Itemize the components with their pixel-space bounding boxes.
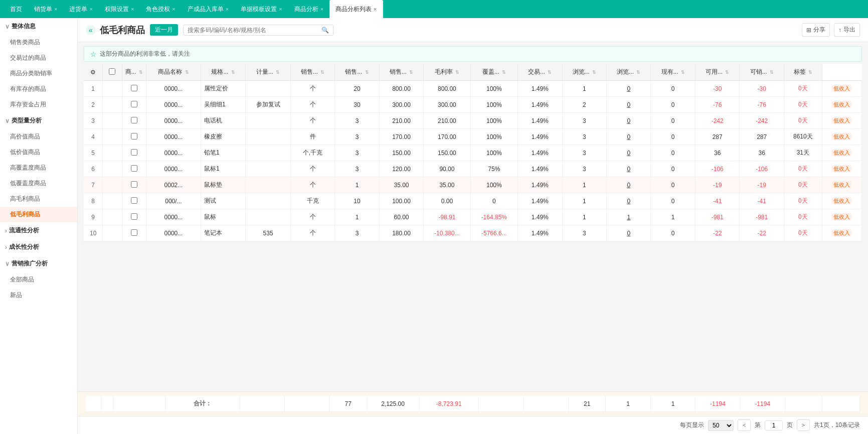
sidebar-item-low-value[interactable]: 低价值商品 <box>0 144 77 160</box>
cell-browse1[interactable]: 0 <box>606 145 650 161</box>
close-icon[interactable]: × <box>279 6 282 12</box>
sidebar-item-new-goods[interactable]: 新品 <box>0 287 77 303</box>
close-icon[interactable]: × <box>89 6 92 12</box>
nav-item-role[interactable]: 角色授权 × <box>140 0 181 18</box>
page-size-select[interactable]: 50 20 100 <box>708 420 734 431</box>
cell-checkbox[interactable] <box>122 209 146 225</box>
cell-browse1[interactable]: 0 <box>606 225 650 241</box>
close-icon[interactable]: × <box>172 6 175 12</box>
cell-checkbox[interactable] <box>122 177 146 193</box>
nav-item-sales[interactable]: 销货单 × <box>28 0 63 18</box>
nav-item-template[interactable]: 单据模板设置 × <box>235 0 288 18</box>
prev-page-button[interactable]: ＜ <box>738 419 751 431</box>
close-icon[interactable]: × <box>320 6 323 12</box>
col-current-stock[interactable]: 现有... ⇅ <box>651 64 695 81</box>
cell-name[interactable]: 吴细细1 <box>201 97 245 113</box>
cell-checkbox[interactable] <box>122 113 146 129</box>
nav-item-purchase[interactable]: 进货单 × <box>63 0 98 18</box>
col-spec[interactable]: 规格... ⇅ <box>201 64 245 81</box>
col-trade-count[interactable]: 交易... ⇅ <box>518 64 562 81</box>
cell-settings <box>103 177 122 193</box>
export-button[interactable]: ↑ 导出 <box>834 23 860 37</box>
sidebar-item-category-sales[interactable]: 商品分类助销率 <box>0 66 77 81</box>
col-tag[interactable]: 标签 ⇅ <box>784 64 822 81</box>
cell-name[interactable]: 橡皮擦 <box>201 129 245 145</box>
cell-browse1[interactable]: 0 <box>606 129 650 145</box>
cell-trade-count: 2 <box>562 97 606 113</box>
nav-item-product-analysis-list[interactable]: 商品分析列表 × <box>329 0 383 18</box>
close-icon[interactable]: × <box>54 6 57 12</box>
col-unit[interactable]: 计量... ⇅ <box>246 64 290 81</box>
sidebar-item-high-value[interactable]: 高价值商品 <box>0 129 77 144</box>
nav-item-product-analysis[interactable]: 商品分析 × <box>288 0 329 18</box>
close-icon[interactable]: × <box>374 6 377 12</box>
cell-name[interactable]: 鼠标 <box>201 209 245 225</box>
sidebar-item-high-coverage[interactable]: 高覆盖度商品 <box>0 160 77 176</box>
close-icon[interactable]: × <box>226 6 229 12</box>
col-sale-price[interactable]: 销售... ⇅ <box>335 64 379 81</box>
next-page-button[interactable]: ＞ <box>797 419 810 431</box>
col-saleable[interactable]: 可销... ⇅ <box>740 64 784 81</box>
cell-browse1[interactable]: 0 <box>606 81 650 97</box>
date-filter-button[interactable]: 近一月 <box>150 24 178 36</box>
col-sale-qty[interactable]: 销售... ⇅ <box>290 64 334 81</box>
cell-name[interactable]: 电话机 <box>201 113 245 129</box>
sidebar-group-overall[interactable]: ∨ 整体信息 <box>0 18 77 35</box>
cell-name[interactable]: 鼠标1 <box>201 161 245 177</box>
cell-browse1[interactable]: 1 <box>606 209 650 225</box>
col-settings[interactable]: ⚙ <box>84 64 103 81</box>
col-code[interactable]: 商... ⇅ <box>122 64 146 81</box>
nav-item-permission[interactable]: 权限设置 × <box>99 0 140 18</box>
cell-trade-count: 1 <box>562 177 606 193</box>
sidebar-group-type-analysis[interactable]: ∨ 类型量分析 <box>0 112 77 129</box>
cell-checkbox[interactable] <box>122 161 146 177</box>
cell-checkbox[interactable] <box>122 145 146 161</box>
col-sale-cost[interactable]: 销售... ⇅ <box>379 64 423 81</box>
col-browse1[interactable]: 浏览... ⇅ <box>562 64 606 81</box>
cell-checkbox[interactable] <box>122 129 146 145</box>
search-input[interactable] <box>188 27 319 34</box>
col-available[interactable]: 可用... ⇅ <box>695 64 739 81</box>
cell-gross-margin: 100% <box>470 177 517 193</box>
share-button[interactable]: ⊞ 分享 <box>802 23 830 37</box>
sidebar-collapse-button[interactable]: « <box>86 25 96 35</box>
col-coverage[interactable]: 覆盖... ⇅ <box>470 64 517 81</box>
sidebar-group-growth[interactable]: › 成长性分析 <box>0 239 77 255</box>
cell-available: 36 <box>740 145 784 161</box>
cell-checkbox[interactable] <box>122 225 146 241</box>
sidebar-group-marketing[interactable]: ∨ 营销推广分析 <box>0 255 77 272</box>
search-icon[interactable]: 🔍 <box>321 27 329 34</box>
col-checkbox[interactable] <box>103 64 122 81</box>
sidebar-item-high-margin[interactable]: 高毛利商品 <box>0 191 77 207</box>
cell-coverage: 1.49% <box>518 177 562 193</box>
close-icon[interactable]: × <box>131 6 134 12</box>
cell-checkbox[interactable] <box>122 81 146 97</box>
select-all-checkbox[interactable] <box>109 68 115 75</box>
cell-checkbox[interactable] <box>122 97 146 113</box>
cell-browse1[interactable]: 0 <box>606 113 650 129</box>
nav-item-product-storage[interactable]: 产成品入库单 × <box>182 0 235 18</box>
cell-checkbox[interactable] <box>122 193 146 209</box>
cell-browse1[interactable]: 0 <box>606 193 650 209</box>
col-browse2[interactable]: 浏览... ⇅ <box>606 64 650 81</box>
sidebar-group-flow[interactable]: › 流通性分析 <box>0 222 77 239</box>
col-name[interactable]: 商品名称 ⇅ <box>146 64 201 81</box>
cell-name[interactable]: 鼠标垫 <box>201 177 245 193</box>
cell-browse1[interactable]: 0 <box>606 177 650 193</box>
page-number-input[interactable] <box>765 420 783 430</box>
sidebar-item-sales-goods[interactable]: 销售类商品 <box>0 35 77 50</box>
cell-name[interactable]: 测试 <box>201 193 245 209</box>
nav-item-home[interactable]: 首页 <box>4 0 28 18</box>
sidebar-item-in-stock[interactable]: 有库存的商品 <box>0 81 77 97</box>
sidebar-item-stock-fund[interactable]: 库存资金占用 <box>0 97 77 112</box>
sidebar-item-traded-goods[interactable]: 交易过的商品 <box>0 50 77 66</box>
sidebar-item-low-margin[interactable]: 低毛利商品 <box>0 207 77 222</box>
sidebar-item-low-coverage[interactable]: 低覆盖度商品 <box>0 176 77 191</box>
cell-name[interactable]: 属性定价 <box>201 81 245 97</box>
cell-browse1[interactable]: 0 <box>606 97 650 113</box>
sidebar-item-all-goods[interactable]: 全部商品 <box>0 272 77 287</box>
cell-name[interactable]: 铅笔1 <box>201 145 245 161</box>
cell-browse1[interactable]: 0 <box>606 161 650 177</box>
cell-name[interactable]: 笔记本 <box>201 225 245 241</box>
col-gross-margin[interactable]: 毛利率 ⇅ <box>424 64 470 81</box>
